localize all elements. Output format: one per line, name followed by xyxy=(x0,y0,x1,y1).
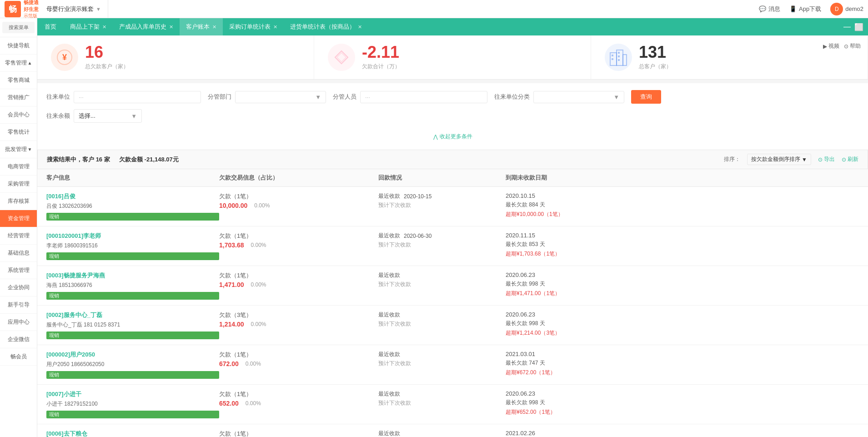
overdue-link-2[interactable]: 超期¥1,703.68（1笔） xyxy=(506,250,859,258)
overdue-info-5: 2021.03.01 最长欠款 747 天 超期¥672.00（1笔） xyxy=(506,351,859,377)
tab-customer-account[interactable]: 客户账本 ✕ xyxy=(180,18,223,35)
stat-top-actions: ▶ 视频 ⊙ 帮助 xyxy=(823,42,861,50)
sidebar-item-ecommerce[interactable]: 电商管理 xyxy=(0,158,37,176)
tab-close-icon[interactable]: ✕ xyxy=(358,24,362,30)
overdue-link-4[interactable]: 超期¥1,214.00（3笔） xyxy=(506,329,859,337)
recovery-info-4: 最近收款 预计下次收款 xyxy=(378,311,506,328)
customer-phone-1: 吕俊 13026203696 xyxy=(46,202,219,210)
filter-area: 往来单位 ··· 分管部门 ▼ xyxy=(37,83,868,150)
message-icon: 💬 xyxy=(759,5,766,12)
user-menu[interactable]: D demo2 xyxy=(830,3,863,15)
app-download-button[interactable]: 📱 App下载 xyxy=(789,5,821,13)
stat3-text: 131 总客户（家） xyxy=(639,44,672,70)
tab-close-icon[interactable]: ✕ xyxy=(273,24,277,30)
top-right: 💬 消息 📱 App下载 D demo2 xyxy=(759,3,863,15)
help-button[interactable]: ⊙ 帮助 xyxy=(844,42,861,50)
stat-icon-building xyxy=(605,44,632,71)
refresh-button[interactable]: ⊙ 刷新 xyxy=(842,156,858,163)
tab-purchase-order[interactable]: 采购订单统计表 ✕ xyxy=(223,18,284,35)
play-icon: ▶ xyxy=(823,43,827,50)
overdue-link-5[interactable]: 超期¥672.00（1笔） xyxy=(506,369,859,377)
source-unit-input[interactable]: ··· xyxy=(74,91,201,103)
customer-name-4[interactable]: [0002]服务中心_丁磊 xyxy=(46,311,219,319)
avatar: D xyxy=(830,3,843,15)
recovery-info-6: 最近收款 预计下次收款 xyxy=(378,390,506,407)
customer-name-2[interactable]: [0001020001]李老师 xyxy=(46,232,219,240)
customer-name-6[interactable]: [0007]小进干 xyxy=(46,390,219,398)
unit-category-select[interactable]: ▼ xyxy=(533,91,624,103)
sidebar-item-stock[interactable]: 库存核算 xyxy=(0,193,37,210)
sort-select[interactable]: 按欠款金额倒序排序 ▼ xyxy=(747,154,811,165)
overdue-info-4: 2020.06.23 最长欠款 998 天 超期¥1,214.00（3笔） xyxy=(506,311,859,337)
refresh-icon: ⊙ xyxy=(842,156,846,163)
sidebar-item-retail-stats[interactable]: 零售统计 xyxy=(0,124,37,141)
sidebar-item-purchase[interactable]: 采购管理 xyxy=(0,176,37,193)
sidebar-item-marketing[interactable]: 营销推广 xyxy=(0,89,37,106)
table-row: [0002]服务中心_丁磊 服务中心_丁磊 181 0125 8371 现销 欠… xyxy=(37,306,868,345)
top-bar: 畅 畅捷通好生意 示范版 母婴行业演示账套 ▼ 💬 消息 📱 App下载 D d… xyxy=(0,0,868,18)
sidebar-item-basic[interactable]: 基础信息 xyxy=(0,245,37,262)
tab-close-icon[interactable]: ✕ xyxy=(169,24,173,30)
sidebar-item-operation[interactable]: 经营管理 xyxy=(0,227,37,245)
debt-info-1: 欠款（1笔） 10,000.00 0.00% xyxy=(219,192,378,209)
sidebar-item-retail-mgmt[interactable]: 零售管理 ▲ xyxy=(0,55,37,72)
overdue-link-3[interactable]: 超期¥1,471.00（1笔） xyxy=(506,290,859,297)
tab-maximize-icon[interactable]: ⬜ xyxy=(854,23,863,31)
tab-inbound-stats[interactable]: 进货单统计表（按商品） ✕ xyxy=(284,18,368,35)
tab-product-history[interactable]: 产成品入库单历史 ✕ xyxy=(113,18,180,35)
table-row: [0003]畅捷服务尹海燕 海燕 18513066976 现销 欠款（1笔） 1… xyxy=(37,266,868,306)
customer-name-3[interactable]: [0003]畅捷服务尹海燕 xyxy=(46,271,219,280)
overdue-link-1[interactable]: 超期¥10,000.00（1笔） xyxy=(506,211,859,218)
sidebar-item-system[interactable]: 系统管理 xyxy=(0,262,37,279)
customer-name-1[interactable]: [0016]吕俊 xyxy=(46,192,219,201)
balance-select[interactable]: 选择... ▼ xyxy=(74,109,142,123)
sidebar-item-newbie[interactable]: 新手引导 xyxy=(0,296,37,314)
filter-dept: 分管部门 ▼ xyxy=(208,91,326,103)
customer-tag-5: 现销 xyxy=(46,371,219,379)
overdue-info-3: 2020.06.23 最长欠款 998 天 超期¥1,471.00（1笔） xyxy=(506,271,859,297)
unit-category-arrow-icon: ▼ xyxy=(613,94,619,100)
view-video-button[interactable]: ▶ 视频 xyxy=(823,42,839,50)
sidebar-item-capital[interactable]: 资金管理 xyxy=(0,210,37,227)
sidebar-item-batch-mgmt[interactable]: 批发管理 ▼ xyxy=(0,141,37,158)
store-selector[interactable]: 母婴行业演示账套 ▼ xyxy=(42,0,108,18)
stat-icon-diamond xyxy=(328,44,355,71)
sidebar-item-retail-shop[interactable]: 零售商城 xyxy=(0,72,37,89)
debt-info-4: 欠款（3笔） 1,214.00 0.00% xyxy=(219,311,378,328)
stat-icon-yuan: ¥ xyxy=(51,44,78,71)
overdue-link-6[interactable]: 超期¥652.00（1笔） xyxy=(506,408,859,416)
debt-info-5: 欠款（1笔） 672.00 0.00% xyxy=(219,351,378,367)
chevron-icon: ▲ xyxy=(28,60,32,65)
customer-phone-5: 用户2050 18665062050 xyxy=(46,361,219,368)
sidebar-item-nav[interactable]: 快捷导航 xyxy=(0,37,37,55)
manager-input[interactable]: ··· xyxy=(360,91,487,103)
tab-close-icon[interactable]: ✕ xyxy=(102,24,106,30)
sidebar-item-app-center[interactable]: 应用中心 xyxy=(0,314,37,331)
filter-source-unit: 往来单位 ··· xyxy=(46,91,201,103)
svg-rect-8 xyxy=(612,58,613,60)
svg-rect-10 xyxy=(618,55,620,57)
customer-tag-2: 现销 xyxy=(46,252,219,260)
search-button[interactable]: 查询 xyxy=(631,90,661,104)
tab-home[interactable]: 首页 xyxy=(37,23,64,31)
tab-minimize-icon[interactable]: — xyxy=(843,23,851,31)
export-button[interactable]: ⊙ 导出 xyxy=(818,156,835,163)
collapse-button[interactable]: ⋀ 收起更多条件 xyxy=(433,131,472,143)
table-row: [0007]小进干 小进干 18279152100 现销 欠款（1笔） 652.… xyxy=(37,385,868,424)
sidebar-item-vip[interactable]: 畅会员 xyxy=(0,348,37,366)
table-row: [0016]吕俊 吕俊 13026203696 现销 欠款（1笔） 10,000… xyxy=(37,187,868,226)
sidebar-item-enterprise[interactable]: 企业协同 xyxy=(0,279,37,296)
customer-name-7[interactable]: [0006]去下粮仓 xyxy=(46,430,219,437)
sidebar-search-button[interactable]: 搜索菜单 xyxy=(2,22,35,33)
dept-select[interactable]: ▼ xyxy=(235,91,326,103)
message-button[interactable]: 💬 消息 xyxy=(759,5,780,13)
collapse-row: ⋀ 收起更多条件 xyxy=(46,128,859,147)
tab-close-icon[interactable]: ✕ xyxy=(212,24,216,30)
customer-tag-3: 现销 xyxy=(46,292,219,300)
sidebar-item-member[interactable]: 会员中心 xyxy=(0,106,37,124)
customer-name-5[interactable]: [000002]用户2050 xyxy=(46,351,219,359)
table-container: 客户信息 欠款交易信息（占比） 回款情况 到期未收款日期 [0016]吕俊 吕俊… xyxy=(37,169,868,437)
sidebar: 搜索菜单 快捷导航 零售管理 ▲ 零售商城 营销推广 会员中心 零售统计 批发管… xyxy=(0,18,37,437)
sidebar-item-wechat[interactable]: 企业微信 xyxy=(0,331,37,348)
tab-products-off[interactable]: 商品上下架 ✕ xyxy=(64,18,113,35)
